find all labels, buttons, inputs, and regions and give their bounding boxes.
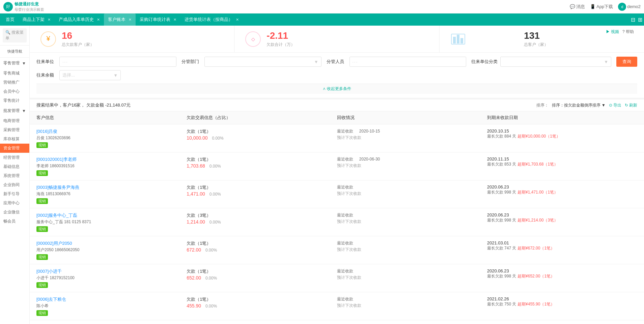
sidebar-item-members[interactable]: 会员中心 bbox=[0, 87, 29, 96]
customer-name-5[interactable]: [0007]小进千 bbox=[36, 268, 187, 274]
doc-help-btn[interactable]: ? 帮助 bbox=[622, 29, 634, 35]
sidebar-item-finance[interactable]: 资金管理 bbox=[0, 144, 29, 153]
tab-products-on-off[interactable]: 商品上下架 ✕ bbox=[19, 13, 55, 26]
search-button[interactable]: 查询 bbox=[616, 57, 637, 67]
customer-name-6[interactable]: [0006]去下粮仓 bbox=[36, 296, 187, 302]
customer-phone-1: 李老师 18600391516 bbox=[36, 163, 187, 169]
customer-info-3: [0002]服务中心_丁磊 服务中心_丁磊 181 0125 8371 现销 bbox=[36, 212, 187, 232]
recovery-info-2: 最近收款 预计下次收款 bbox=[337, 184, 487, 204]
source-unit-input[interactable]: ··· bbox=[59, 57, 176, 67]
overdue-amount-4[interactable]: 超期¥672.00（1笔） bbox=[517, 246, 555, 251]
close-icon[interactable]: ✕ bbox=[97, 18, 100, 22]
refresh-btn[interactable]: ↻ 刷新 bbox=[625, 102, 637, 108]
sort-label: 排序： bbox=[536, 102, 549, 108]
sidebar-item-retail-mgmt[interactable]: 零售管理 ▼ bbox=[0, 58, 29, 69]
sidebar-item-retail-stats[interactable]: 零售统计 bbox=[0, 96, 29, 105]
customer-phone-6: 陈小希 bbox=[36, 303, 187, 309]
sidebar-item-enterprise-collab[interactable]: 企业协同 bbox=[0, 180, 29, 189]
export-btn[interactable]: ⊙ 导出 bbox=[609, 102, 621, 108]
sidebar-item-wholesale-mgmt[interactable]: 批发管理 ▼ bbox=[0, 105, 29, 116]
overdue-amount-6[interactable]: 超期¥455.90（1笔） bbox=[517, 302, 555, 306]
close-icon[interactable]: ✕ bbox=[236, 18, 239, 22]
stat-debt-customers: ¥ 16 总欠款客户（家） bbox=[30, 26, 234, 52]
table-row: [000001]黄思源 黄思源 13552700226 现销 欠款（1笔） 42… bbox=[30, 320, 644, 324]
balance-select[interactable]: 选择... ▼ bbox=[59, 70, 121, 80]
sidebar-item-chang-member[interactable]: 畅会员 bbox=[0, 217, 29, 226]
sidebar-item-operations[interactable]: 经营管理 bbox=[0, 153, 29, 162]
sort-select[interactable]: 排序：按欠款金额倒序排序 ▼ bbox=[552, 102, 606, 108]
message-icon: 💬 bbox=[570, 4, 575, 9]
sidebar-search[interactable]: 🔍 搜索菜单 bbox=[0, 26, 29, 46]
sidebar-item-quick-nav[interactable]: 快捷导航 bbox=[0, 46, 29, 58]
person-input[interactable]: ··· bbox=[349, 57, 467, 67]
message-btn[interactable]: 💬 消息 bbox=[570, 4, 585, 10]
sidebar-item-app-center[interactable]: 应用中心 bbox=[0, 199, 29, 208]
overdue-amount-1[interactable]: 超期¥1,703.68（1笔） bbox=[517, 162, 558, 167]
table-row: [0001020001]李老师 李老师 18600391516 现销 欠款（1笔… bbox=[30, 152, 644, 180]
sidebar-item-marketing[interactable]: 营销推广 bbox=[0, 78, 29, 87]
sidebar-item-new-guide[interactable]: 新手引导 bbox=[0, 189, 29, 199]
sidebar-item-enterprise-wechat[interactable]: 企业微信 bbox=[0, 208, 29, 217]
sidebar-item-purchase[interactable]: 采购管理 bbox=[0, 125, 29, 135]
sidebar-item-retail-shop[interactable]: 零售商城 bbox=[0, 69, 29, 78]
total-customers-label: 总客户（家） bbox=[524, 42, 548, 48]
customer-info-2: [0003]畅捷服务尹海燕 海燕 18513066976 现销 bbox=[36, 184, 187, 204]
customer-phone-5: 小进千 18279152100 bbox=[36, 275, 187, 281]
sidebar-item-inventory[interactable]: 库存核算 bbox=[0, 135, 29, 144]
close-icon[interactable]: ✕ bbox=[129, 18, 132, 22]
balance-label: 往来余额 bbox=[36, 72, 57, 78]
search-menu-box[interactable]: 🔍 搜索菜单 bbox=[3, 28, 27, 42]
recovery-info-4: 最近收款 预计下次收款 bbox=[337, 240, 487, 260]
video-help-btn[interactable]: ▶ 视频 bbox=[606, 29, 619, 35]
debt-info-4: 欠款（1笔） 672.00 0.00% bbox=[187, 240, 337, 260]
table-row: [0006]去下粮仓 陈小希 现销 欠款（1笔） 455.90 0.00% 最近… bbox=[30, 292, 644, 320]
overdue-amount-3[interactable]: 超期¥1,214.00（3笔） bbox=[517, 218, 558, 223]
tab-purchase-stats[interactable]: 采购订单统计表 ✕ bbox=[136, 13, 180, 26]
user-avatar[interactable]: d demo2 bbox=[618, 3, 641, 11]
chevron-down-icon: ▼ bbox=[604, 59, 608, 64]
total-customers-icon bbox=[450, 31, 467, 48]
tab-home[interactable]: 首页 bbox=[2, 13, 19, 26]
minimize-icon[interactable]: ⊟ bbox=[631, 17, 635, 23]
debt-info-3: 欠款（3笔） 1,214.00 0.00% bbox=[187, 212, 337, 232]
overdue-amount-0[interactable]: 超期¥10,000.00（1笔） bbox=[517, 134, 560, 139]
sidebar-item-system[interactable]: 系统管理 bbox=[0, 171, 29, 180]
close-icon[interactable]: ✕ bbox=[173, 18, 176, 22]
tab-production-history[interactable]: 产成品入库单历史 ✕ bbox=[55, 13, 104, 26]
sidebar-item-ecommerce[interactable]: 电商管理 bbox=[0, 116, 29, 125]
overdue-amount-5[interactable]: 超期¥652.00（1笔） bbox=[517, 274, 555, 278]
customer-name-4[interactable]: [000002]用户2050 bbox=[36, 240, 187, 246]
chevron-down-icon: ▼ bbox=[314, 59, 318, 64]
tab-purchase-product-stats[interactable]: 进货单统计表（按商品） ✕ bbox=[180, 13, 243, 26]
customer-info-0: [0016]吕俊 吕俊 13026203696 现销 bbox=[36, 128, 187, 148]
app-download-btn[interactable]: 📱 App下载 bbox=[590, 4, 613, 10]
overdue-amount-2[interactable]: 超期¥1,471.00（1笔） bbox=[517, 190, 558, 195]
mobile-icon: 📱 bbox=[590, 4, 595, 9]
customer-info-1: [0001020001]李老师 李老师 18600391516 现销 bbox=[36, 156, 187, 176]
debt-customers-value: 16 bbox=[62, 30, 94, 41]
stat-debt-amount-text: -2.11 欠款合计（万） bbox=[267, 30, 295, 48]
filter-row-1: 往来单位 ··· 分管部门 ▼ 分管人员 ··· bbox=[36, 57, 637, 67]
dept-label: 分管部门 bbox=[181, 59, 202, 65]
result-summary: 搜索结果中，客户16家， 欠款金额 -21,148.07元 bbox=[36, 102, 131, 108]
sidebar-item-basic-info[interactable]: 基础信息 bbox=[0, 162, 29, 171]
customer-name-3[interactable]: [0002]服务中心_丁磊 bbox=[36, 212, 187, 218]
customer-name-2[interactable]: [0003]畅捷服务尹海燕 bbox=[36, 184, 187, 190]
filter-balance: 往来余额 选择... ▼ bbox=[36, 70, 121, 80]
table-row: [0016]吕俊 吕俊 13026203696 现销 欠款（1笔） 10,000… bbox=[30, 124, 644, 152]
tab-customer-ledger[interactable]: 客户账本 ✕ bbox=[104, 13, 136, 26]
debt-amount-label: 欠款合计（万） bbox=[267, 42, 295, 48]
customer-tag-5: 现销 bbox=[36, 282, 48, 288]
stat-debt-amount: ◇ -2.11 欠款合计（万） bbox=[234, 26, 439, 52]
stat-help: ▶ 视频 ? 帮助 bbox=[606, 26, 634, 35]
close-icon[interactable]: ✕ bbox=[48, 18, 51, 22]
customer-phone-0: 吕俊 13026203696 bbox=[36, 135, 187, 141]
collapse-bar[interactable]: ∧ 收起更多条件 bbox=[36, 84, 637, 94]
customer-phone-4: 用户2050 18665062050 bbox=[36, 247, 187, 253]
unit-category-select[interactable]: ▼ bbox=[500, 57, 611, 67]
customer-name-0[interactable]: [0016]吕俊 bbox=[36, 128, 187, 135]
customer-name-1[interactable]: [0001020001]李老师 bbox=[36, 156, 187, 163]
svg-rect-5 bbox=[453, 37, 456, 43]
dept-select[interactable]: ▼ bbox=[204, 57, 321, 67]
maximize-icon[interactable]: ⊞ bbox=[638, 17, 642, 23]
